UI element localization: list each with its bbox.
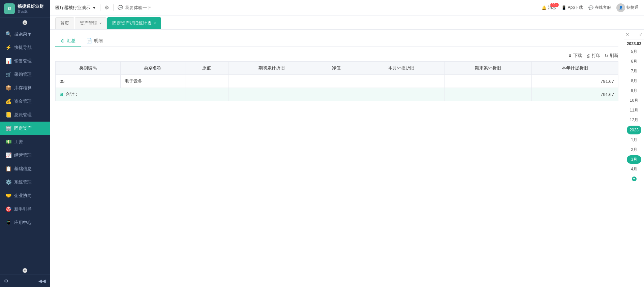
tab-home[interactable]: 首页 — [55, 17, 74, 29]
date-month-4[interactable]: 4月 — [624, 164, 644, 174]
company-name: 医疗器械行业演示 — [55, 5, 90, 11]
table-row: 05 电子设备 791.67 — [56, 75, 618, 88]
sidebar-item-fixed-assets[interactable]: 🏢 固定资产 — [0, 122, 50, 135]
app-center-icon: 📱 — [5, 220, 11, 226]
message-icon: 🔔 — [542, 5, 547, 10]
row-net — [315, 75, 358, 88]
total-initial — [228, 88, 315, 101]
sidebar-item-purchase[interactable]: 🛒 采购管理 — [0, 68, 50, 81]
date-month-12[interactable]: 12月 — [624, 115, 644, 125]
total-period-end — [445, 88, 532, 101]
sidebar-scroll-up[interactable]: ▲ — [23, 20, 27, 25]
row-initial — [228, 75, 315, 88]
date-scroll-down[interactable]: ▼ — [632, 177, 637, 181]
sidebar-item-label: 采购管理 — [14, 71, 32, 77]
tab-home-label: 首页 — [60, 20, 69, 26]
sidebar-item-enterprise[interactable]: 🤝 企业协同 — [0, 189, 50, 202]
sidebar-item-label: 库存核算 — [14, 85, 32, 91]
total-net — [315, 88, 358, 101]
row-monthly — [358, 75, 445, 88]
summary-tab-icon: ⊙ — [61, 38, 65, 43]
date-month-10[interactable]: 10月 — [624, 96, 644, 105]
date-month-2[interactable]: 2月 — [624, 145, 644, 155]
row-code: 05 — [56, 75, 121, 88]
sidebar-item-basic-info[interactable]: 📋 基础信息 — [0, 162, 50, 176]
row-annual: 791.67 — [531, 75, 618, 88]
tab-depreciation[interactable]: 固定资产折旧统计表 × — [107, 17, 161, 29]
sub-tab-summary-label: 汇总 — [67, 38, 75, 44]
date-month-1[interactable]: 1月 — [624, 135, 644, 145]
sidebar-item-label: 资金管理 — [14, 98, 32, 104]
app-download-icon: 📱 — [561, 5, 566, 10]
tab-asset-mgmt[interactable]: 资产管理 × — [75, 17, 106, 29]
topbar-settings-icon[interactable]: ⚙ — [104, 4, 109, 11]
app-logo-text: 畅捷通好业财 普及版 — [18, 4, 44, 14]
collapse-sidebar-icon[interactable]: ◀◀ — [38, 278, 46, 284]
print-icon: 🖨 — [586, 53, 590, 58]
download-label: 下载 — [573, 53, 582, 59]
date-year-2023-label[interactable]: 2023 — [627, 126, 641, 134]
sidebar-item-finance[interactable]: 💰 资金管理 — [0, 95, 50, 108]
user-avatar: 👤 — [616, 3, 625, 12]
sub-tab-summary[interactable]: ⊙ 汇总 — [55, 35, 81, 47]
tab-depreciation-close[interactable]: × — [154, 21, 156, 25]
sidebar-item-operations[interactable]: 📈 经营管理 — [0, 149, 50, 162]
date-panel-scroll[interactable]: 2023.03 5月 6月 7月 8月 9月 10月 11月 12月 2023 … — [624, 39, 644, 287]
sidebar-item-search[interactable]: 🔍 搜索菜单 — [0, 27, 50, 41]
date-month-5[interactable]: 5月 — [624, 47, 644, 57]
sidebar-item-label: 固定资产 — [14, 125, 32, 131]
date-month-9[interactable]: 9月 — [624, 86, 644, 96]
col-annual: 本年计提折旧 — [531, 62, 618, 75]
sidebar-item-app-center[interactable]: 📱 应用中心 — [0, 216, 50, 229]
date-panel-expand-icon[interactable]: ⤢ — [639, 32, 643, 37]
date-panel: ✕ ⤢ 2023.03 5月 6月 7月 8月 9月 10月 11月 12月 2… — [624, 30, 644, 287]
col-net-value: 净值 — [315, 62, 358, 75]
sidebar-item-label: 基础信息 — [14, 166, 32, 172]
date-panel-close-icon[interactable]: ✕ — [625, 32, 630, 37]
tab-asset-mgmt-close[interactable]: × — [99, 21, 101, 25]
experience-icon: 💬 — [118, 5, 123, 10]
sidebar-item-inventory[interactable]: 📦 库存核算 — [0, 81, 50, 95]
sidebar-item-quick-nav[interactable]: ⚡ 快捷导航 — [0, 41, 50, 54]
sidebar-bottom: ⚙ ◀◀ — [0, 275, 50, 287]
settings-bottom-icon[interactable]: ⚙ — [4, 278, 8, 284]
download-button[interactable]: ⬇ 下载 — [568, 53, 582, 59]
sidebar-item-label: 企业协同 — [14, 193, 32, 199]
depreciation-table: 类别编码 类别名称 原值 期初累计折旧 净值 本月计提折旧 期末累计折旧 本年计… — [55, 61, 618, 101]
content-main: ⊙ 汇总 📄 明细 ⬇ 下载 🖨 打印 ↻ — [50, 30, 624, 287]
print-button[interactable]: 🖨 打印 — [586, 53, 601, 59]
message-button[interactable]: 🔔 消息 99+ — [542, 5, 556, 10]
app-download-button[interactable]: 📱 App下载 — [561, 5, 583, 10]
date-panel-header: ✕ ⤢ — [624, 30, 644, 39]
sidebar-item-system[interactable]: ⚙️ 系统管理 — [0, 176, 50, 189]
customer-service-button[interactable]: 💬 在线客服 — [588, 5, 611, 10]
table-total-row: ⊞ 合计： 791.67 — [56, 88, 618, 101]
content-area: ⊙ 汇总 📄 明细 ⬇ 下载 🖨 打印 ↻ — [50, 30, 644, 287]
sub-tab-detail[interactable]: 📄 明细 — [81, 35, 108, 47]
main-content: 医疗器械行业演示 ▼ ⚙ 💬 我要体验一下 🔔 消息 99+ 📱 App下载 💬… — [50, 0, 644, 287]
user-profile[interactable]: 👤 畅捷通 — [616, 3, 639, 12]
app-download-label: App下载 — [568, 5, 583, 10]
total-monthly — [358, 88, 445, 101]
date-month-11[interactable]: 11月 — [624, 105, 644, 115]
sidebar-item-salary[interactable]: 💵 工资 — [0, 135, 50, 149]
sidebar-item-label: 新手引导 — [14, 206, 32, 212]
col-monthly: 本月计提折旧 — [358, 62, 445, 75]
print-label: 打印 — [592, 53, 601, 59]
experience-button[interactable]: 💬 我要体验一下 — [118, 5, 151, 11]
col-original: 原值 — [185, 62, 228, 75]
date-month-8[interactable]: 8月 — [624, 76, 644, 86]
refresh-label: 刷新 — [610, 53, 618, 59]
sidebar-scroll-down[interactable]: ▼ — [23, 268, 27, 273]
sidebar-item-guide[interactable]: 🎯 新手引导 — [0, 202, 50, 216]
sidebar-item-ledger[interactable]: 📒 总账管理 — [0, 108, 50, 122]
date-month-6[interactable]: 6月 — [624, 57, 644, 66]
date-month-7[interactable]: 7月 — [624, 66, 644, 76]
system-icon: ⚙️ — [5, 179, 11, 185]
company-selector[interactable]: 医疗器械行业演示 ▼ — [55, 5, 96, 11]
sidebar-item-sales[interactable]: 📊 销售管理 — [0, 54, 50, 68]
sidebar-item-label: 应用中心 — [14, 220, 32, 226]
date-month-3-active[interactable]: 3月 — [627, 155, 641, 164]
refresh-button[interactable]: ↻ 刷新 — [605, 53, 618, 59]
row-period-end — [445, 75, 532, 88]
